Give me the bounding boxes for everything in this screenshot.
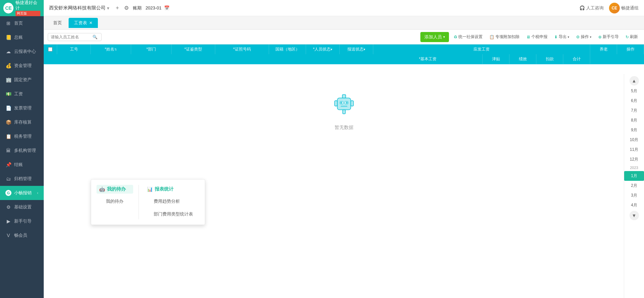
multi-org-icon: 🏛: [5, 148, 11, 153]
company-dropdown-icon[interactable]: ▾: [107, 5, 109, 11]
th-person-status: *人员状态 ▾: [306, 44, 340, 54]
archive-icon: 🗂: [5, 176, 11, 181]
sidebar-item-cloud-report[interactable]: ☁ 云报表中心: [0, 44, 44, 59]
calendar-down-button[interactable]: ▼: [630, 211, 639, 220]
popup-item-my-todo[interactable]: 我的待办: [97, 196, 133, 206]
popup-section-todo-header[interactable]: 🤖 我的待办: [97, 185, 133, 194]
calendar-month-4[interactable]: 4月: [624, 200, 644, 210]
user-profile[interactable]: CE 畅捷通组: [609, 3, 639, 13]
topbar-right: 🎧 人工咨询 CE 畅捷通组: [579, 3, 639, 13]
sidebar-item-multi-org[interactable]: 🏛 多机构管理: [0, 143, 44, 158]
calendar-up-button[interactable]: ▲: [630, 76, 639, 86]
calendar-month-10[interactable]: 10月: [624, 135, 644, 145]
search-icon[interactable]: 🔍: [92, 35, 98, 39]
th-total: 合计: [563, 54, 590, 64]
export-button[interactable]: ⬇ 导出 ▾: [552, 33, 571, 41]
calendar-month-3[interactable]: 3月: [624, 191, 644, 200]
search-input[interactable]: [51, 35, 91, 39]
operation-button[interactable]: ⚙ 操作 ▾: [574, 33, 594, 41]
th-allowance: 津贴: [483, 54, 509, 64]
svg-rect-0: [337, 98, 351, 110]
user-name: 畅捷通组: [621, 5, 639, 11]
calendar-month-12[interactable]: 12月: [624, 155, 644, 164]
settings-icon: ⚙: [5, 204, 11, 210]
tab-home[interactable]: 首页: [48, 18, 67, 28]
sidebar-item-tax[interactable]: 📋 税务管理: [0, 129, 44, 143]
period-value: 2023-01: [146, 5, 162, 10]
calendar-month-5[interactable]: 5月: [624, 86, 644, 96]
select-all-checkbox[interactable]: [48, 47, 52, 52]
social-insurance-button[interactable]: ♻ 统一社保设置: [452, 33, 485, 41]
sidebar-item-label: 总账: [14, 34, 23, 40]
sidebar-item-ledger[interactable]: 📒 总账: [0, 30, 44, 44]
sidebar-item-vip[interactable]: V 畅会员: [0, 228, 44, 242]
sidebar-item-invoice[interactable]: 📄 发票管理: [0, 101, 44, 115]
support-button[interactable]: 🎧 人工咨询: [579, 5, 604, 11]
popup-item-expense-trend[interactable]: 费用趋势分析: [144, 196, 199, 206]
sort-icon[interactable]: ⇅: [114, 48, 117, 51]
sidebar-item-fixed-assets[interactable]: 🏢 固定资产: [0, 73, 44, 87]
settings-button[interactable]: ⚙: [124, 5, 129, 11]
th-report-status: 报送状态 ▾: [340, 44, 373, 54]
refresh-icon: ↻: [626, 35, 629, 39]
tax-deduction-button[interactable]: 📋 专项附加扣除: [487, 33, 522, 41]
calendar-month-11[interactable]: 11月: [624, 145, 644, 155]
main-content: 西安虾米网络科技有限公司 ▾ ＋ ⚙ 账期 2023-01 📅 🎧 人工咨询 C…: [44, 0, 644, 298]
calendar-month-1[interactable]: 1月: [624, 171, 644, 181]
empty-illustration: [331, 91, 357, 119]
guide-icon: ▶: [5, 219, 11, 224]
th-employee-no: 工号: [57, 44, 91, 54]
calendar-strip: ▲ 5月 6月 7月 8月 9月 10月 11月 12月 2023 1月 2月 …: [624, 74, 644, 298]
sidebar-item-basic[interactable]: ⚙ 基础设置: [0, 200, 44, 214]
sidebar-item-label: 归档管理: [14, 176, 32, 182]
calendar-month-9[interactable]: 9月: [624, 125, 644, 135]
topbar: 西安虾米网络科技有限公司 ▾ ＋ ⚙ 账期 2023-01 📅 🎧 人工咨询 C…: [44, 0, 644, 16]
sidebar-item-label: 多机构管理: [14, 147, 36, 154]
calendar-month-2[interactable]: 2月: [624, 181, 644, 191]
calendar-month-6[interactable]: 6月: [624, 96, 644, 106]
cloud-icon: ☁: [5, 49, 11, 54]
refresh-button[interactable]: ↻ 刷新: [623, 33, 640, 41]
report-status-filter-icon[interactable]: ▾: [364, 47, 365, 51]
tax-icon: 🖥: [526, 35, 530, 39]
tax-report-button[interactable]: 🖥 个税申报: [524, 33, 550, 41]
add-person-button[interactable]: 添加人员 ▾: [420, 32, 449, 42]
sidebar-item-label: 工资: [14, 91, 23, 97]
popup-item-dept-expense-type[interactable]: 部门费用类型统计表: [144, 209, 199, 219]
sidebar-item-archive[interactable]: 🗂 归档管理: [0, 172, 44, 186]
operation-icon: ⚙: [576, 35, 580, 39]
tab-salary[interactable]: 工资表 ✕: [69, 18, 98, 28]
home-icon: ⊞: [5, 21, 11, 26]
company-selector[interactable]: 西安虾米网络科技有限公司 ▾: [49, 5, 109, 11]
th-salary-group: 应发工资: [373, 44, 590, 54]
fund-icon: 💰: [5, 63, 11, 68]
person-status-filter-icon[interactable]: ▾: [331, 47, 332, 51]
table-header-row2: *基本工资 津贴 绩效 扣款 合计: [44, 54, 644, 64]
sidebar-item-label: 首页: [14, 20, 23, 26]
sidebar-item-home[interactable]: ⊞ 首页: [0, 16, 44, 30]
th-checkbox[interactable]: [44, 44, 57, 54]
sidebar-item-label: 库存核算: [14, 119, 32, 125]
sidebar-item-salary[interactable]: 💵 工资: [0, 87, 44, 101]
add-company-button[interactable]: ＋: [115, 4, 120, 11]
tab-close-button[interactable]: ✕: [89, 21, 92, 25]
topbar-actions: ＋ ⚙: [115, 4, 129, 11]
tabbar: 首页 工资表 ✕: [44, 16, 644, 30]
sidebar-item-fund[interactable]: 💰 资金管理: [0, 59, 44, 73]
table-area: 工号 *姓名 ⇅ *部门 *证鉴类型 *证照号码 国籍（地区） *人员状态 ▾: [44, 44, 644, 298]
sidebar-item-bookkeeping[interactable]: 📌 结账: [0, 158, 44, 172]
sidebar-item-label: 新手引导: [14, 218, 32, 224]
calendar-month-8[interactable]: 8月: [624, 115, 644, 125]
collapse-icon: ‹: [37, 191, 38, 195]
th-deduction: 扣款: [536, 54, 563, 64]
sidebar-nav: ⊞ 首页 📒 总账 ☁ 云报表中心 💰 资金管理 🏢 固定资产 💵 工资 📄 发…: [0, 16, 44, 298]
sidebar-item-guide[interactable]: ▶ 新手引导: [0, 214, 44, 228]
popup-divider: [139, 185, 139, 219]
logo-icon: CE: [3, 3, 13, 13]
sidebar-item-expense[interactable]: G 小畅报销 ‹: [0, 186, 44, 200]
sidebar-item-inventory[interactable]: 📦 库存核算: [0, 115, 44, 129]
guide-button[interactable]: ⊕ 新手引导: [596, 33, 621, 41]
calendar-month-7[interactable]: 7月: [624, 106, 644, 115]
popup-section-reports-header[interactable]: 📊 报表统计: [144, 185, 199, 194]
calendar-icon[interactable]: 📅: [164, 5, 169, 10]
